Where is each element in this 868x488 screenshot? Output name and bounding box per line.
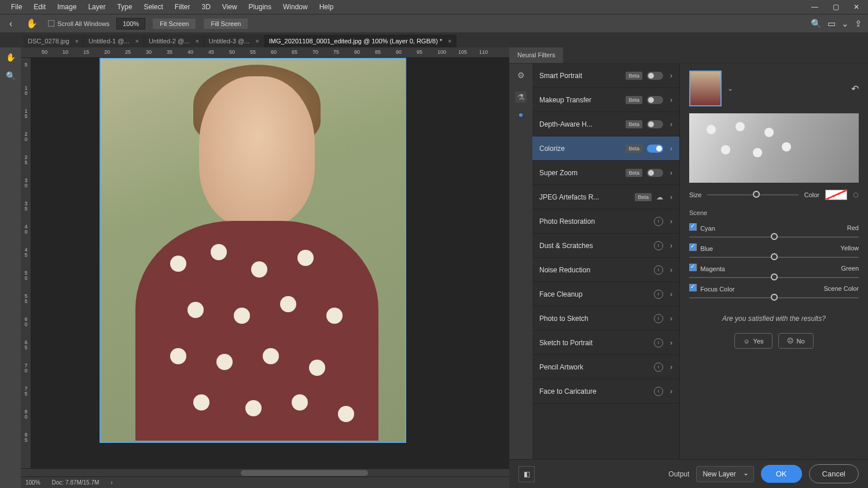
sliders-icon[interactable]: ⚙ — [515, 69, 527, 81]
h-scrollbar[interactable] — [21, 468, 509, 476]
zoom-value[interactable]: 100% — [116, 18, 145, 29]
close-tab-icon[interactable]: × — [135, 38, 138, 45]
fill-screen-button[interactable]: Fill Screen — [203, 18, 248, 29]
menu-type[interactable]: Type — [112, 1, 137, 13]
output-select[interactable]: New Layer — [696, 466, 753, 482]
toggle[interactable] — [647, 72, 663, 80]
layout-icon[interactable]: ▭ — [827, 19, 836, 29]
hand-tool-icon[interactable]: ✋ — [4, 51, 17, 64]
tab-4[interactable]: IMG_20201108_0001_edited.jpg @ 100% (Lay… — [264, 35, 457, 47]
beaker-icon[interactable]: ⚗ — [515, 91, 527, 103]
dropdown-icon[interactable]: ⌄ — [841, 19, 849, 29]
minimize-icon[interactable]: — — [808, 3, 821, 11]
reset-icon[interactable]: ↶ — [851, 83, 859, 94]
compare-icon[interactable]: ◧ — [518, 466, 535, 482]
filter-jpeg-artefacts-r-[interactable]: JPEG Artefacts R...Beta☁› — [532, 185, 679, 209]
menu-select[interactable]: Select — [138, 1, 168, 13]
filter-smart-portrait[interactable]: Smart PortraitBeta› — [532, 64, 679, 88]
slider-check[interactable] — [689, 264, 697, 271]
tab-3[interactable]: Untitled-3 @...× — [204, 35, 264, 47]
chevron-right-icon: › — [670, 315, 672, 323]
chevron-down-icon[interactable]: ⌄ — [727, 84, 741, 93]
color-slider[interactable] — [689, 257, 859, 258]
color-slider[interactable] — [689, 236, 859, 238]
no-button[interactable]: ☹No — [778, 333, 814, 349]
hand-tool-icon[interactable]: ✋ — [23, 18, 41, 29]
menu-file[interactable]: File — [6, 1, 27, 13]
menu-edit[interactable]: Edit — [28, 1, 51, 13]
filter-name: Smart Portrait — [539, 72, 621, 80]
yes-button[interactable]: ☺Yes — [734, 333, 772, 349]
info-icon: i — [654, 265, 663, 275]
menu-image[interactable]: Image — [52, 1, 82, 13]
menu-view[interactable]: View — [217, 1, 242, 13]
close-icon[interactable]: ✕ — [851, 3, 862, 11]
close-tab-icon[interactable]: × — [255, 38, 259, 45]
chevron-right-icon: › — [670, 169, 672, 177]
fit-screen-button[interactable]: Fit Screen — [152, 18, 196, 29]
chevron-right-icon: › — [670, 266, 672, 274]
toggle[interactable] — [647, 169, 663, 177]
filter-depth-aware-h-[interactable]: Depth-Aware H...Beta› — [532, 112, 679, 136]
preview-image[interactable] — [689, 113, 859, 183]
filter-face-to-caricature[interactable]: Face to Caricaturei› — [532, 379, 679, 404]
filter-face-cleanup[interactable]: Face Cleanupi› — [532, 282, 679, 306]
color-slider[interactable] — [689, 277, 859, 278]
satisfied-text: Are you satisfied with the results? — [689, 315, 859, 323]
filter-colorize[interactable]: ColorizeBeta› — [532, 136, 679, 161]
close-tab-icon[interactable]: × — [75, 38, 79, 45]
menu-layer[interactable]: Layer — [83, 1, 111, 13]
toggle[interactable] — [647, 120, 663, 128]
filter-dust-scratches[interactable]: Dust & Scratchesi› — [532, 234, 679, 258]
cancel-button[interactable]: Cancel — [809, 464, 859, 483]
close-tab-icon[interactable]: × — [195, 38, 198, 45]
face-thumbnail[interactable] — [689, 71, 722, 106]
menu-help[interactable]: Help — [314, 1, 339, 13]
menu-3d[interactable]: 3D — [196, 1, 215, 13]
tab-1[interactable]: Untitled-1 @...× — [84, 35, 144, 47]
color-swatch[interactable] — [825, 190, 847, 200]
panel-title[interactable]: Neural Filters — [509, 47, 563, 63]
info-icon: i — [654, 338, 663, 347]
toggle[interactable] — [647, 96, 663, 104]
ok-button[interactable]: OK — [761, 465, 802, 483]
tab-0[interactable]: DSC_0278.jpg× — [23, 35, 84, 47]
filter-makeup-transfer[interactable]: Makeup TransferBeta› — [532, 88, 679, 112]
status-bar: 100% Doc: 7.87M/15.7M › — [21, 476, 509, 488]
filter-pencil-artwork[interactable]: Pencil Artworki› — [532, 355, 679, 379]
toggle[interactable] — [647, 145, 663, 153]
slider-check[interactable] — [689, 243, 697, 251]
filter-super-zoom[interactable]: Super ZoomBeta› — [532, 161, 679, 185]
close-tab-icon[interactable]: × — [448, 38, 451, 45]
filter-photo-restoration[interactable]: Photo Restorationi› — [532, 209, 679, 234]
status-doc: Doc: 7.87M/15.7M — [52, 479, 100, 486]
menu-filter[interactable]: Filter — [170, 1, 196, 13]
opts-icon[interactable]: ⬡ — [853, 191, 859, 199]
share-icon[interactable]: ⇪ — [855, 19, 862, 29]
category-strip: ⚙ ⚗ — [509, 64, 532, 459]
back-icon[interactable]: ‹ — [6, 19, 16, 29]
filter-name: Pencil Artwork — [539, 363, 649, 371]
filter-sketch-to-portrait[interactable]: Sketch to Portraiti› — [532, 331, 679, 355]
info-icon: i — [654, 217, 663, 226]
menu-plugins[interactable]: Plugins — [244, 1, 277, 13]
maximize-icon[interactable]: ▢ — [830, 3, 842, 11]
slider-check[interactable] — [689, 223, 697, 231]
filter-photo-to-sketch[interactable]: Photo to Sketchi› — [532, 306, 679, 331]
search-icon[interactable]: 🔍 — [811, 19, 822, 29]
filter-noise-reduction[interactable]: Noise Reductioni› — [532, 258, 679, 282]
size-slider[interactable] — [707, 194, 798, 195]
slider-left-label: Blue — [700, 245, 713, 252]
filter-name: Depth-Aware H... — [539, 120, 621, 128]
status-more-icon[interactable]: › — [111, 479, 112, 486]
document-view[interactable] — [31, 58, 509, 468]
info-icon: i — [654, 241, 663, 250]
menubar: File Edit Image Layer Type Select Filter… — [0, 0, 868, 14]
menu-window[interactable]: Window — [278, 1, 313, 13]
zoom-tool-icon[interactable]: 🔍 — [4, 69, 17, 82]
scroll-all-checkbox[interactable]: Scroll All Windows — [48, 20, 109, 27]
chevron-right-icon: › — [670, 193, 672, 201]
slider-check[interactable] — [689, 284, 697, 291]
color-slider[interactable] — [689, 297, 859, 298]
tab-2[interactable]: Untitled-2 @...× — [144, 35, 204, 47]
